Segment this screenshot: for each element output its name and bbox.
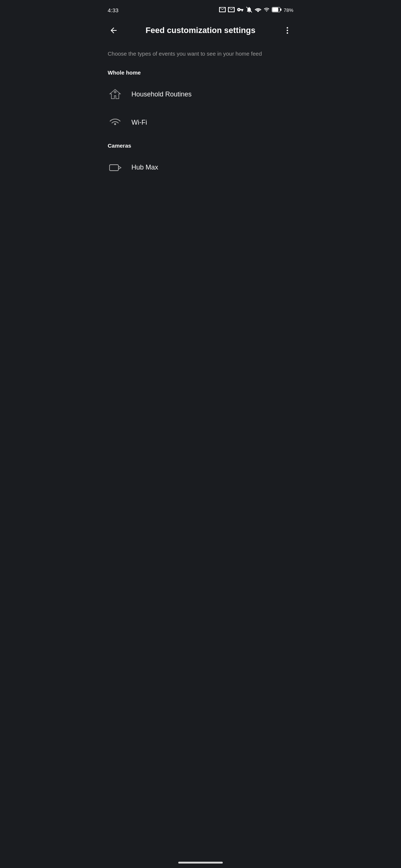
svg-point-5: [287, 30, 288, 31]
svg-rect-9: [110, 165, 118, 171]
notifications-muted-icon: [246, 6, 252, 14]
section-label-cameras: Cameras: [100, 139, 301, 153]
home-person-icon: [108, 87, 123, 102]
wifi-label: Wi-Fi: [131, 119, 147, 126]
status-icons: 78%: [219, 6, 293, 14]
svg-rect-3: [272, 7, 278, 11]
battery-icon: [272, 7, 281, 13]
gmail-icon-2: [228, 7, 235, 13]
back-button[interactable]: [106, 23, 121, 38]
list-item-hub-max[interactable]: Hub Max: [100, 153, 301, 181]
svg-point-6: [287, 32, 288, 34]
vpn-icon: [237, 6, 244, 14]
gmail-icon-1: [219, 7, 226, 13]
hub-max-label: Hub Max: [131, 164, 158, 171]
signal-icon: [264, 7, 270, 14]
section-label-whole-home: Whole home: [100, 66, 301, 80]
subtitle-text: Choose the types of events you want to s…: [100, 42, 301, 66]
svg-point-4: [287, 27, 288, 29]
wifi-status-icon: [255, 7, 261, 13]
list-item-household-routines[interactable]: Household Routines: [100, 80, 301, 108]
more-options-button[interactable]: [280, 23, 295, 38]
page-title: Feed customization settings: [127, 26, 274, 35]
status-time: 4:33: [108, 7, 118, 13]
svg-rect-2: [280, 9, 281, 11]
home-indicator: [178, 862, 223, 864]
household-routines-label: Household Routines: [131, 91, 192, 98]
wifi-icon: [108, 115, 123, 130]
status-bar: 4:33: [100, 0, 301, 19]
battery-percentage: 78%: [284, 7, 293, 13]
toolbar: Feed customization settings: [100, 19, 301, 42]
camera-icon: [108, 160, 123, 175]
list-item-wifi[interactable]: Wi-Fi: [100, 108, 301, 137]
